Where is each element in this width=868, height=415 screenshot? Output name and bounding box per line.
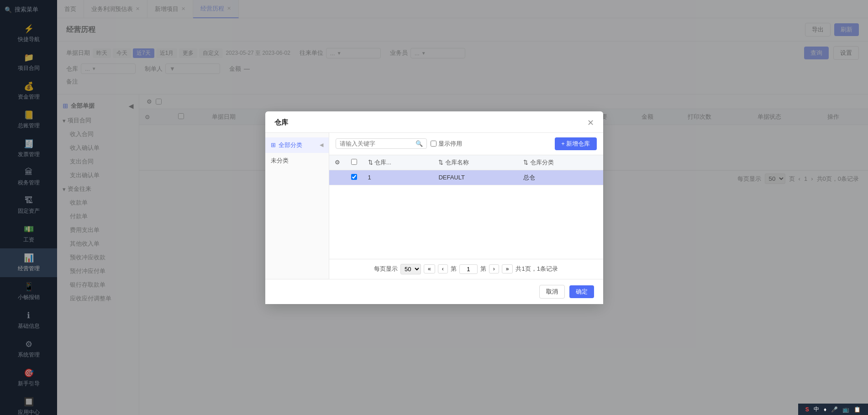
status-indicator-2: ♦ (824, 406, 826, 413)
modal-col-settings[interactable]: ⚙ (329, 155, 346, 170)
modal-per-page-label: 每页显示 (374, 265, 398, 273)
col-category-sort: ⇅ (523, 159, 528, 166)
modal-body: ⊞ 全部分类 ◀ 未分类 🔍 (265, 133, 603, 279)
modal-search-box[interactable]: 🔍 (336, 138, 427, 149)
modal-last-page-btn[interactable]: » (502, 264, 513, 273)
confirm-button[interactable]: 确定 (569, 285, 594, 298)
status-clipboard-icon: 📋 (854, 406, 861, 413)
modal-table-wrap: ⚙ ⇅ 仓库... ⇅ 仓库名称 ⇅ 仓库分类 (329, 155, 603, 259)
modal-table-body: 1 DEFAULT 总仓 (329, 170, 603, 185)
modal-footer: 取消 确定 (265, 279, 603, 304)
row-select-checkbox[interactable] (351, 174, 357, 180)
modal-right: 🔍 显示停用 + 新增仓库 ⚙ (329, 133, 603, 279)
modal-table-header-row: ⚙ ⇅ 仓库... ⇅ 仓库名称 ⇅ 仓库分类 (329, 155, 603, 170)
modal-per-page-select[interactable]: 50 (400, 264, 421, 274)
tree-collapse-icon[interactable]: ◀ (320, 142, 323, 148)
modal-header: 仓库 ✕ (265, 111, 603, 133)
modal-overlay: 仓库 ✕ ⊞ 全部分类 ◀ 未分类 (0, 0, 868, 415)
modal-page-unit: 第 (480, 265, 486, 273)
modal-col-code[interactable]: ⇅ 仓库... (363, 155, 433, 170)
status-logo: S (805, 406, 809, 413)
status-indicator-1: 中 (814, 405, 819, 413)
modal-next-page-btn[interactable]: › (489, 264, 499, 273)
modal-col-checkbox (346, 155, 363, 170)
col-name-sort: ⇅ (438, 159, 443, 166)
modal-page-input[interactable] (459, 264, 478, 274)
modal-toolbar: 🔍 显示停用 + 新增仓库 (329, 133, 603, 155)
search-icon-modal[interactable]: 🔍 (416, 140, 423, 147)
modal-header-checkbox[interactable] (351, 159, 357, 165)
status-display-icon: 📺 (842, 406, 849, 413)
modal-col-name[interactable]: ⇅ 仓库名称 (433, 155, 518, 170)
row-number: 1 (363, 170, 433, 185)
tree-uncategorized-label: 未分类 (271, 157, 289, 165)
modal-page-label: 第 (451, 265, 457, 273)
cancel-button[interactable]: 取消 (539, 285, 565, 299)
tree-all-label: 全部分类 (279, 141, 302, 149)
modal-total: 共1页，1条记录 (516, 265, 558, 273)
modal-pagination: 每页显示 50 « ‹ 第 第 › » 共1页，1条记录 (329, 259, 603, 279)
modal-title: 仓库 (274, 118, 288, 127)
col-code-sort: ⇅ (368, 159, 373, 166)
status-bar: S 中 ♦ 🎤 📺 📋 (798, 404, 868, 415)
row-code: DEFAULT (433, 170, 518, 185)
show-disabled-text: 显示停用 (438, 140, 462, 148)
modal-toolbar-left: 🔍 显示停用 (336, 138, 462, 149)
modal-table: ⚙ ⇅ 仓库... ⇅ 仓库名称 ⇅ 仓库分类 (329, 155, 603, 185)
modal-close-button[interactable]: ✕ (587, 118, 594, 128)
show-disabled-checkbox[interactable] (431, 141, 437, 147)
row-settings[interactable] (329, 170, 346, 185)
grid-icon-2: ⊞ (271, 142, 276, 148)
modal-table-row[interactable]: 1 DEFAULT 总仓 (329, 170, 603, 185)
row-name: 总仓 (518, 170, 603, 185)
modal-tree-all-category[interactable]: ⊞ 全部分类 ◀ (265, 137, 329, 153)
modal-tree: ⊞ 全部分类 ◀ 未分类 (265, 133, 329, 279)
modal-prev-page-btn[interactable]: ‹ (438, 264, 448, 273)
modal-tree-uncategorized[interactable]: 未分类 (265, 153, 329, 168)
status-mic-icon: 🎤 (831, 406, 838, 413)
add-warehouse-button[interactable]: + 新增仓库 (555, 137, 596, 150)
row-checkbox[interactable] (346, 170, 363, 185)
warehouse-modal: 仓库 ✕ ⊞ 全部分类 ◀ 未分类 (265, 111, 603, 304)
modal-search-input[interactable] (340, 140, 413, 147)
modal-col-category[interactable]: ⇅ 仓库分类 (518, 155, 603, 170)
show-disabled-label[interactable]: 显示停用 (431, 140, 462, 148)
modal-first-page-btn[interactable]: « (424, 264, 435, 273)
